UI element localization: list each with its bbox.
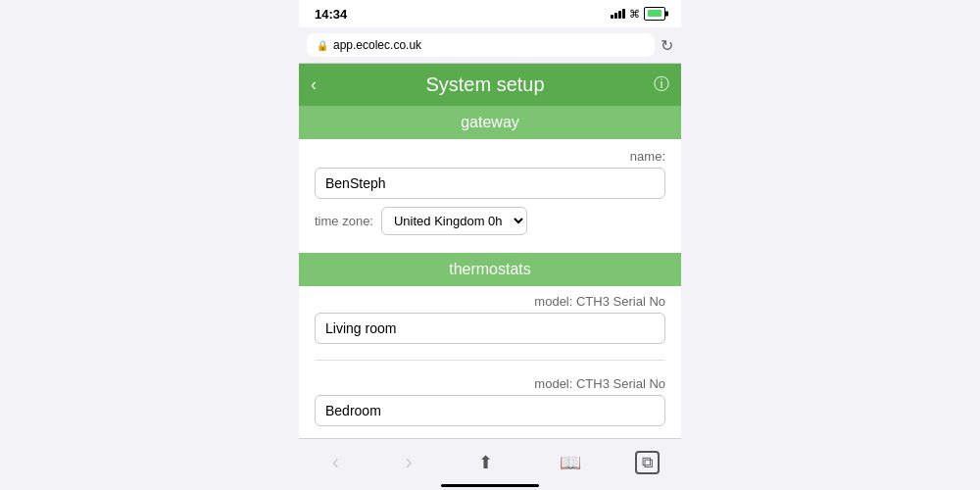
name-input[interactable] — [315, 168, 665, 199]
browser-back-button[interactable]: ‹ — [320, 446, 351, 479]
name-label: name: — [315, 149, 665, 164]
status-icons: ⌘ — [611, 7, 665, 21]
back-button[interactable]: ‹ — [311, 74, 317, 95]
gateway-section-header: gateway — [299, 106, 681, 139]
page-header: ‹ System setup ⓘ — [299, 64, 681, 106]
thermostat-name-input-1[interactable] — [315, 313, 665, 344]
url-text: app.ecolec.co.uk — [333, 38, 421, 52]
share-button[interactable]: ⬆ — [466, 448, 505, 477]
thermostat-item-1: model: CTH3 Serial No — [299, 286, 681, 352]
wifi-icon: ⌘ — [629, 8, 640, 21]
status-bar: 14:34 ⌘ — [299, 0, 681, 27]
timezone-label: time zone: — [315, 214, 373, 228]
page-title: System setup — [425, 74, 544, 96]
browser-bar: 🔒 app.ecolec.co.uk ↻ — [299, 27, 681, 64]
thermostat-name-input-2[interactable] — [315, 395, 665, 426]
thermostats-section-header: thermostats — [299, 253, 681, 286]
status-time: 14:34 — [315, 7, 347, 22]
gateway-form: name: time zone: United Kingdom 0h — [299, 139, 681, 253]
model-info-1: model: CTH3 Serial No — [315, 294, 665, 309]
bookmarks-button[interactable]: 📖 — [548, 448, 593, 477]
lock-icon: 🔒 — [317, 40, 328, 51]
home-indicator — [299, 485, 681, 490]
battery-icon — [644, 7, 665, 21]
thermostat-item-2: model: CTH3 Serial No — [299, 368, 681, 434]
info-button[interactable]: ⓘ — [654, 74, 669, 95]
gateway-title: gateway — [461, 114, 519, 130]
timezone-select[interactable]: United Kingdom 0h — [381, 207, 527, 235]
browser-forward-button[interactable]: › — [394, 446, 424, 479]
url-bar[interactable]: 🔒 app.ecolec.co.uk — [307, 33, 655, 57]
content-area: ‹ System setup ⓘ gateway name: time zone… — [299, 64, 681, 438]
home-bar — [441, 484, 539, 487]
signal-icon — [611, 9, 625, 19]
thermostats-title: thermostats — [449, 261, 531, 277]
browser-toolbar: ‹ › ⬆ 📖 ⧉ — [299, 438, 681, 485]
tabs-button[interactable]: ⧉ — [635, 451, 660, 474]
reload-button[interactable]: ↻ — [661, 36, 673, 55]
divider-1 — [315, 360, 665, 361]
model-info-2: model: CTH3 Serial No — [315, 376, 665, 391]
